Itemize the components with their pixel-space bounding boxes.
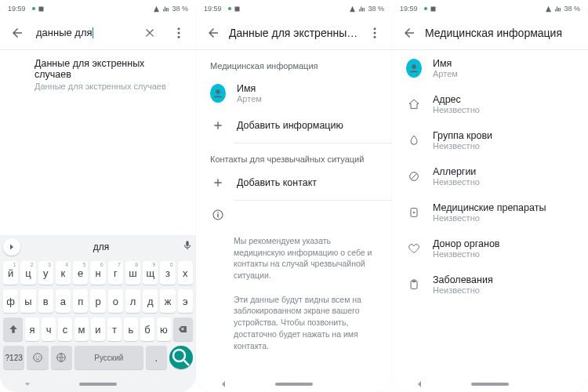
key[interactable]: ц2 <box>20 261 35 285</box>
key[interactable]: е5 <box>73 261 88 285</box>
key[interactable]: ж <box>160 289 175 313</box>
search-result[interactable]: Данные для экстренных случаев Данные для… <box>0 50 196 99</box>
key[interactable]: п <box>73 289 88 313</box>
key[interactable]: и <box>91 318 105 341</box>
name-label: Имя <box>237 83 262 94</box>
svg-point-9 <box>374 31 376 34</box>
key[interactable]: б <box>140 318 154 341</box>
key[interactable]: ю <box>157 318 171 341</box>
search-input[interactable]: данные для <box>33 27 135 39</box>
symbols-key[interactable]: ?123 <box>3 346 24 369</box>
page-title: Медицинская информация <box>425 27 583 39</box>
svg-point-15 <box>412 64 416 68</box>
donor-row[interactable]: Донор органовНеизвестно <box>392 230 588 267</box>
toolbar: Медицинская информация <box>392 16 588 50</box>
svg-point-7 <box>173 350 185 361</box>
status-bar: 19:59 38 % <box>196 0 392 16</box>
home-icon <box>406 98 422 111</box>
back-button[interactable] <box>201 20 226 45</box>
key[interactable]: ь <box>124 318 138 341</box>
info-icon <box>210 209 226 221</box>
key[interactable]: щ9 <box>143 261 158 285</box>
key[interactable]: д <box>143 289 158 313</box>
emoji-key[interactable] <box>27 346 48 369</box>
key[interactable]: у3 <box>38 261 53 285</box>
keyboard: для й1 ц2 у3 к4 е5 н6 г7 ш8 щ9 з0 х ф ы … <box>0 235 196 375</box>
nav-bar <box>0 375 196 392</box>
key[interactable]: ш8 <box>125 261 140 285</box>
search-toolbar: данные для <box>0 16 196 50</box>
key[interactable]: я <box>25 318 39 341</box>
key[interactable]: в <box>38 289 53 313</box>
key[interactable]: а <box>56 289 71 313</box>
key[interactable]: м <box>74 318 89 341</box>
suggestion-word[interactable]: для <box>20 241 182 252</box>
key[interactable]: с <box>58 318 72 341</box>
key[interactable]: х <box>178 261 193 285</box>
language-key[interactable] <box>51 346 72 369</box>
back-button[interactable] <box>5 20 30 45</box>
section-contacts: Контакты для чрезвычайных ситуаций <box>196 143 392 169</box>
key[interactable]: р <box>90 289 105 313</box>
content: ИмяАртем АдресНеизвестно Группа кровиНеи… <box>392 50 588 375</box>
nav-down-icon[interactable] <box>23 379 32 389</box>
key[interactable]: к4 <box>56 261 71 285</box>
add-info-row[interactable]: Добавить информацию <box>196 111 392 140</box>
key[interactable]: ы <box>20 289 35 313</box>
backspace-key[interactable] <box>173 318 193 341</box>
svg-point-1 <box>178 31 180 34</box>
medication-row[interactable]: Медицинские препаратыНеизвестно <box>392 194 588 230</box>
key[interactable]: н6 <box>90 261 105 285</box>
result-title: Данные для экстренных случаев <box>34 58 182 80</box>
key[interactable]: ч <box>42 318 56 341</box>
period-key[interactable]: . <box>146 346 167 369</box>
svg-point-2 <box>178 35 180 38</box>
avatar <box>406 59 422 78</box>
allergy-row[interactable]: АллергииНеизвестно <box>392 158 588 194</box>
clear-button[interactable] <box>138 20 163 45</box>
key[interactable]: й1 <box>3 261 18 285</box>
voice-input[interactable] <box>182 240 193 254</box>
key[interactable]: л <box>125 289 140 313</box>
add-contact-row[interactable]: Добавить контакт <box>196 169 392 197</box>
overflow-button[interactable] <box>166 20 191 45</box>
key[interactable]: т <box>107 318 122 341</box>
key[interactable]: ф <box>3 289 18 313</box>
plus-icon <box>210 176 226 189</box>
diseases-row[interactable]: ЗаболеванияНеизвестно <box>392 267 588 303</box>
name-row[interactable]: ИмяАртем <box>392 50 588 86</box>
status-bar: 19:59 38 % <box>392 0 588 16</box>
nav-back-icon[interactable] <box>415 379 424 389</box>
key-row-2: ф ы в а п р о л д ж э <box>0 287 196 315</box>
blood-icon <box>406 134 422 147</box>
shift-key[interactable] <box>3 318 23 341</box>
name-value: Артем <box>237 94 262 103</box>
space-key[interactable]: Русский <box>74 346 143 369</box>
key[interactable]: э <box>178 289 193 313</box>
note-1: Мы рекомендуем указать медицинскую инфор… <box>196 229 392 288</box>
nav-home[interactable] <box>79 383 117 386</box>
status-time: 19:59 <box>8 5 26 13</box>
expand-suggestions[interactable] <box>3 238 20 256</box>
search-go-key[interactable] <box>169 346 193 369</box>
back-button[interactable] <box>397 20 422 45</box>
clipboard-icon <box>406 278 422 291</box>
key-row-3: я ч с м и т ь б ю <box>0 315 196 343</box>
nav-bar <box>392 375 588 392</box>
key[interactable]: о <box>108 289 123 313</box>
blood-row[interactable]: Группа кровиНеизвестно <box>392 122 588 158</box>
address-row[interactable]: АдресНеизвестно <box>392 86 588 122</box>
nav-back-icon[interactable] <box>219 379 228 389</box>
key[interactable]: г7 <box>108 261 123 285</box>
svg-rect-13 <box>217 214 218 218</box>
name-row[interactable]: ИмяАртем <box>196 75 392 111</box>
key[interactable]: з0 <box>160 261 175 285</box>
overflow-button[interactable] <box>362 20 387 45</box>
section-medical: Медицинская информация <box>196 50 392 75</box>
plus-icon <box>210 119 226 132</box>
nav-home[interactable] <box>471 383 509 386</box>
heart-icon <box>406 242 422 255</box>
nav-home[interactable] <box>275 383 313 386</box>
medication-icon <box>406 206 422 219</box>
toolbar: Данные для экстренных слу... <box>196 16 392 50</box>
